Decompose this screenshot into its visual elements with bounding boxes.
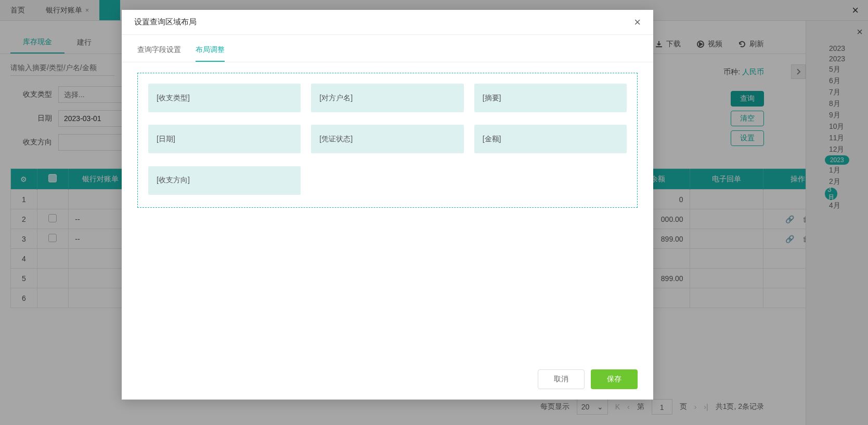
layout-field-item[interactable]: [凭证状态] xyxy=(311,125,463,153)
layout-field-item[interactable]: [金额] xyxy=(474,125,627,153)
cancel-button[interactable]: 取消 xyxy=(538,369,585,389)
layout-field-item[interactable]: [对方户名] xyxy=(311,84,463,112)
layout-field-item[interactable]: [收支方向] xyxy=(148,166,301,195)
layout-field-item[interactable]: [日期] xyxy=(148,125,301,153)
modal-tab-fields[interactable]: 查询字段设置 xyxy=(137,45,181,62)
layout-field-item[interactable]: [收支类型] xyxy=(148,84,301,112)
modal-tab-layout[interactable]: 布局调整 xyxy=(196,45,225,62)
layout-field-item[interactable]: [摘要] xyxy=(474,84,627,112)
modal-title: 设置查询区域布局 xyxy=(134,17,197,27)
modal-close-icon[interactable]: × xyxy=(634,16,641,29)
save-button[interactable]: 保存 xyxy=(591,369,638,389)
layout-settings-modal: 设置查询区域布局 × 查询字段设置 布局调整 [收支类型][对方户名][摘要][… xyxy=(122,10,653,400)
layout-drop-zone[interactable]: [收支类型][对方户名][摘要][日期][凭证状态][金额][收支方向] xyxy=(137,73,638,208)
